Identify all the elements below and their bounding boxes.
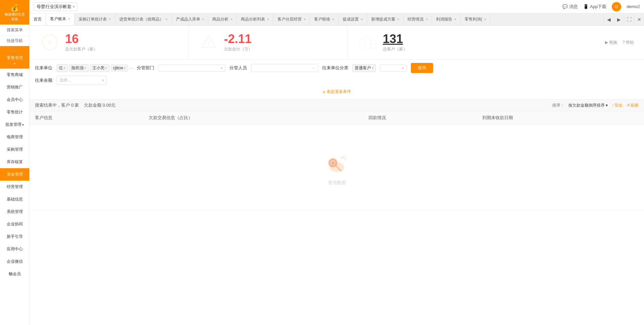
sidebar-item-corp[interactable]: 企业协同 xyxy=(0,218,29,230)
tab-close-all[interactable]: ✕ xyxy=(634,13,644,26)
sidebar-item-wechat[interactable]: 企业微信 xyxy=(0,255,29,268)
tab-product-analysis[interactable]: 商品分析 × xyxy=(208,13,237,26)
sidebar-item-retail-stat[interactable]: 零售统计 xyxy=(0,106,29,118)
category-tag-0-text: 普通客户 xyxy=(355,65,371,71)
tab-retail-profit-close[interactable]: × xyxy=(484,17,486,21)
sidebar: 💰 畅捷通好生意 标版 搜索菜单 快捷导航 🛒 零售管理 ▾ 零售商城 营销推广… xyxy=(0,0,30,325)
tab-new-promote[interactable]: 新增提成方案 × xyxy=(367,13,404,26)
tab-profit-report-close[interactable]: × xyxy=(454,17,456,21)
tab-purchase-order[interactable]: 采购订单统计表 × xyxy=(75,13,115,26)
filter-collapse-btn[interactable]: ∧ 收起更多条件 xyxy=(35,87,639,96)
tab-customer-contact[interactable]: 客户联络 × xyxy=(310,13,339,26)
tab-promote-settings-close[interactable]: × xyxy=(361,17,363,21)
sidebar-item-label-retail: 零售管理 xyxy=(7,55,23,61)
sidebar-item-operation[interactable]: 经营管理 xyxy=(0,181,29,193)
unit-tag-2-text: 王小亮 xyxy=(92,65,104,71)
tab-scroll-left[interactable]: ◀ xyxy=(604,13,614,26)
tab-retail-profit[interactable]: 零售利润( × xyxy=(461,13,490,26)
sidebar-item-retail[interactable]: 🛒 零售管理 ▾ xyxy=(0,46,29,69)
sidebar-item-label-vip: 畅会员 xyxy=(9,271,21,277)
sidebar-item-label-batch: 批发管理 xyxy=(5,122,22,128)
video-btn[interactable]: ▶ 视频 xyxy=(605,40,617,45)
sidebar-item-retail-mall[interactable]: 零售商城 xyxy=(0,69,29,81)
tab-customer-segment[interactable]: 客户分层经营 × xyxy=(273,13,310,26)
tab-new-promote-label: 新增提成方案 xyxy=(371,16,395,22)
tab-promote-settings[interactable]: 提成设置 × xyxy=(339,13,367,26)
tab-operation-status[interactable]: 经营情况 × xyxy=(403,13,432,26)
sidebar-item-label-retail-mall: 零售商城 xyxy=(7,72,23,78)
tab-customer-segment-close[interactable]: × xyxy=(304,17,306,21)
unit-tag-2-close[interactable]: × xyxy=(105,66,107,70)
sidebar-item-basic[interactable]: 基础信息 xyxy=(0,193,29,206)
tab-product-analysis-list[interactable]: 商品分析列表 × xyxy=(237,13,273,26)
person-select-dots: ··· xyxy=(312,66,315,70)
query-button[interactable]: 查询 xyxy=(411,63,433,73)
message-btn[interactable]: 💬 消息 xyxy=(562,4,578,10)
account-selector[interactable]: 母婴行业演示帐套 ▾ xyxy=(34,2,78,11)
tab-fullscreen[interactable]: ⛶ xyxy=(624,13,634,26)
debt-customers-label: 总欠款客户（家） xyxy=(65,46,97,52)
export-btn[interactable]: ↑ 导出 xyxy=(612,103,622,108)
summary-info-debt-total: -2.11 欠款合计（万） xyxy=(224,33,252,52)
sidebar-item-system[interactable]: 系统管理 xyxy=(0,206,29,218)
tab-customer-balance-close[interactable]: × xyxy=(68,17,70,21)
tab-customer-contact-close[interactable]: × xyxy=(332,17,334,21)
export-icon: ↑ xyxy=(612,103,614,108)
credit-select[interactable]: 选择... ▾ xyxy=(56,76,107,85)
sidebar-item-vip[interactable]: 畅会员 xyxy=(0,268,29,280)
refresh-btn[interactable]: ↺ 刷新 xyxy=(627,103,639,108)
tab-home[interactable]: 首页 xyxy=(30,13,46,26)
sidebar-search[interactable]: 搜索菜单 xyxy=(0,25,29,36)
sidebar-item-ecom[interactable]: 电商管理 xyxy=(0,131,29,143)
tab-product-analysis-close[interactable]: × xyxy=(230,17,232,21)
tab-profit-report[interactable]: 利润报告 × xyxy=(432,13,461,26)
tab-product-analysis-list-close[interactable]: × xyxy=(267,17,269,21)
unit-tag-0-close[interactable]: × xyxy=(63,66,66,70)
person-select[interactable]: ··· xyxy=(251,64,318,72)
tab-inbound-stat-close[interactable]: × xyxy=(166,17,168,21)
account-selector-arrow: ▾ xyxy=(73,5,75,8)
message-icon: 💬 xyxy=(562,4,568,9)
sidebar-item-purchase[interactable]: 采购管理 xyxy=(0,143,29,156)
tab-operation-status-close[interactable]: × xyxy=(426,17,428,21)
category-tag-0: 普通客户 × xyxy=(352,64,376,72)
sidebar-item-member[interactable]: 会员中心 xyxy=(0,94,29,106)
svg-rect-5 xyxy=(365,36,370,48)
col-due-date: 到期未收款日期 xyxy=(477,111,644,124)
tab-cost-inbound-close[interactable]: × xyxy=(202,17,204,21)
help-btn[interactable]: ? 帮助 xyxy=(622,40,634,45)
unit-tag-3-close[interactable]: × xyxy=(124,66,126,70)
unit-tag-3-text: cjttcw xyxy=(113,66,123,70)
sidebar-item-inventory[interactable]: 库存核算 xyxy=(0,156,29,168)
category-select[interactable]: ▾ xyxy=(380,65,407,72)
tab-customer-balance[interactable]: 客户账本 × xyxy=(46,13,75,26)
unit-tag-1-close[interactable]: × xyxy=(84,66,86,70)
retail-icon: 🛒 xyxy=(12,49,17,54)
sidebar-quick-nav[interactable]: 快捷导航 xyxy=(0,36,29,46)
dept-select[interactable]: ▾ xyxy=(158,65,225,72)
debt-total-num: -2.11 xyxy=(224,33,252,45)
sidebar-item-batch[interactable]: 批发管理 ▾ xyxy=(0,118,29,131)
username-label[interactable]: demo2 xyxy=(627,4,640,9)
tab-inbound-stat[interactable]: 进货单统计表（按商品） × xyxy=(115,13,172,26)
sidebar-item-apps[interactable]: 应用中心 xyxy=(0,243,29,255)
debt-total-label: 欠款合计（万） xyxy=(224,46,252,52)
tab-cost-inbound[interactable]: 产成品入库单 × xyxy=(172,13,209,26)
app-download-btn[interactable]: 📱 App下载 xyxy=(583,4,606,10)
unit-tags-more[interactable]: ··· xyxy=(129,66,133,70)
user-avatar: D xyxy=(612,2,621,11)
sort-label: 排序： xyxy=(552,103,564,108)
tab-product-analysis-label: 商品分析 xyxy=(212,16,228,22)
tab-scroll-right[interactable]: ▶ xyxy=(614,13,624,26)
data-table: 客户信息 欠款交易信息（占比） 回款情况 到期未收款日期 xyxy=(30,111,644,210)
sort-select[interactable]: 按欠款金额倒序排序 ▾ xyxy=(568,103,608,108)
sidebar-item-finance[interactable]: 资金管理 xyxy=(0,168,29,181)
tab-new-promote-close[interactable]: × xyxy=(397,17,399,21)
sidebar-item-newbie[interactable]: 新手引导 xyxy=(0,230,29,243)
category-tag-0-close[interactable]: × xyxy=(372,66,374,70)
empty-icon xyxy=(324,149,350,176)
person-filter-label: 分管人员 xyxy=(229,65,247,71)
unit-tag-0: 伍 × xyxy=(56,64,68,72)
tab-purchase-order-close[interactable]: × xyxy=(109,17,111,21)
sidebar-item-marketing[interactable]: 营销推广 xyxy=(0,81,29,94)
